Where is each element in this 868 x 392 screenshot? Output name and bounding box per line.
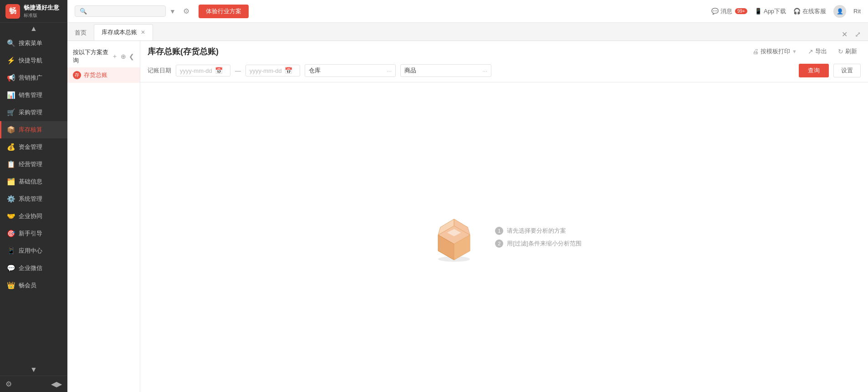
sidebar-item-basic-info[interactable]: 🗂️ 基础信息 (0, 173, 67, 190)
sidebar-item-membership[interactable]: 👑 畅会员 (0, 277, 67, 294)
sidebar-item-label: 搜索菜单 (19, 39, 42, 47)
capital-icon: 💰 (7, 143, 15, 151)
app-name: 畅捷通好生意 (24, 4, 59, 12)
industry-solution-button[interactable]: 体验行业方案 (199, 5, 249, 18)
warehouse-filter[interactable]: 仓库 ··· (305, 64, 396, 77)
print-button[interactable]: 🖨 按模板打印 ▼ (749, 46, 801, 57)
app-version: 标准版 (24, 12, 59, 19)
topbar: 🔍 ▼ ⚙ 体验行业方案 💬 消息 99+ 📱 App下载 🎧 在线客服 👤 (67, 0, 868, 23)
sidebar-item-newcomer[interactable]: 🎯 新手引导 (0, 225, 67, 242)
topbar-dropdown-button[interactable]: ▼ (168, 6, 178, 17)
right-panel: 库存总账(存货总账) 🖨 按模板打印 ▼ ↗ 导出 ↻ 刷新 (140, 41, 868, 392)
enterprise-icon: 🤝 (7, 212, 15, 220)
print-dropdown-icon[interactable]: ▼ (792, 49, 797, 54)
filter-bar: 记账日期 yyyy-mm-dd 📅 — yyyy-mm-dd 📅 仓库 ··· … (140, 59, 868, 82)
print-icon: 🖨 (752, 48, 759, 55)
sidebar-item-sales[interactable]: 📊 销售管理 (0, 87, 67, 104)
export-label: 导出 (815, 47, 827, 56)
date-start-placeholder: yyyy-mm-dd (180, 67, 212, 74)
app-center-icon: 📱 (7, 247, 15, 255)
print-label: 按模板打印 (761, 47, 790, 56)
topbar-left: 🔍 ▼ ⚙ 体验行业方案 (75, 5, 711, 18)
product-more-icon[interactable]: ··· (482, 67, 487, 74)
empty-illustration (427, 210, 481, 265)
app-download-action[interactable]: 📱 App下载 (755, 7, 786, 15)
empty-tips: 1 请先选择要分析的方案 2 用[过滤]条件来缩小分析范围 (495, 227, 581, 248)
avatar-placeholder: 👤 (837, 8, 843, 15)
sidebar-item-search-menu[interactable]: 🔍 搜索菜单 (0, 35, 67, 52)
date-filter-label: 记账日期 (148, 66, 171, 75)
tab-close-button[interactable]: ✕ (141, 30, 145, 35)
filter-header-label: 按以下方案查询 (73, 48, 112, 65)
message-label: 消息 (720, 7, 732, 15)
system-icon: ⚙️ (7, 195, 15, 203)
calendar-start-icon[interactable]: 📅 (215, 67, 223, 74)
sidebar-item-app-center[interactable]: 📱 应用中心 (0, 242, 67, 260)
refresh-button[interactable]: ↻ 刷新 (834, 46, 861, 57)
sidebar-item-wechat[interactable]: 💬 企业微信 (0, 260, 67, 277)
tab-inventory-cost[interactable]: 库存成本总账 ✕ (94, 24, 153, 41)
inventory-icon: 📦 (7, 126, 15, 134)
filter-header: 按以下方案查询 ＋ ⊕ ❮ (67, 46, 140, 67)
content-area: 按以下方案查询 ＋ ⊕ ❮ 存 存货总账 库存总账(存货总账) 🖨 (67, 41, 868, 392)
collapse-filter-button[interactable]: ❮ (129, 53, 134, 60)
purchase-icon: 🛒 (7, 108, 15, 117)
wechat-icon: 💬 (7, 264, 15, 272)
sidebar-item-quick-nav[interactable]: ⚡ 快捷导航 (0, 52, 67, 69)
sidebar-scroll-up[interactable]: ▲ (0, 23, 67, 35)
sidebar: 畅 畅捷通好生意 标准版 ▲ 🔍 搜索菜单 ⚡ 快捷导航 📢 营销推广 📊 销售… (0, 0, 67, 392)
product-filter[interactable]: 商品 ··· (400, 64, 491, 77)
message-icon: 💬 (711, 8, 719, 15)
sidebar-item-purchase[interactable]: 🛒 采购管理 (0, 104, 67, 121)
sidebar-item-marketing[interactable]: 📢 营销推广 (0, 69, 67, 87)
date-start-input[interactable]: yyyy-mm-dd 📅 (176, 65, 230, 76)
main-area: 🔍 ▼ ⚙ 体验行业方案 💬 消息 99+ 📱 App下载 🎧 在线客服 👤 (67, 0, 868, 392)
product-label: 商品 (404, 66, 416, 75)
user-avatar[interactable]: 👤 (833, 5, 846, 18)
refresh-icon: ↻ (838, 48, 843, 55)
warehouse-more-icon[interactable]: ··· (387, 67, 392, 74)
tip-text-1: 请先选择要分析的方案 (507, 227, 566, 235)
date-separator: — (235, 67, 241, 74)
sidebar-item-enterprise[interactable]: 🤝 企业协同 (0, 208, 67, 225)
panel-expand-button[interactable]: ⤢ (853, 28, 863, 41)
query-button[interactable]: 查询 (799, 64, 829, 77)
app-download-label: App下载 (764, 7, 786, 15)
empty-svg (427, 210, 481, 265)
setting-button[interactable]: 设置 (833, 64, 861, 77)
panel-close-button[interactable]: ✕ (840, 28, 849, 41)
export-button[interactable]: ↗ 导出 (804, 46, 831, 57)
sidebar-item-capital[interactable]: 💰 资金管理 (0, 138, 67, 156)
scheme-label: 存货总账 (84, 71, 107, 79)
message-action[interactable]: 💬 消息 99+ (711, 7, 747, 15)
export-icon: ↗ (808, 48, 813, 55)
message-badge: 99+ (735, 8, 747, 14)
search-icon: 🔍 (7, 39, 15, 47)
topbar-gear-button[interactable]: ⚙ (181, 5, 191, 17)
empty-tip-1: 1 请先选择要分析的方案 (495, 227, 581, 235)
sidebar-scroll-down[interactable]: ▼ (0, 364, 67, 376)
marketing-icon: 📢 (7, 74, 15, 82)
home-tab-label: 首页 (75, 29, 87, 37)
top-search-box[interactable]: 🔍 (75, 5, 166, 17)
calendar-end-icon[interactable]: 📅 (285, 67, 292, 74)
collapse-sidebar-button[interactable]: ◀▶ (51, 380, 62, 388)
online-service-label: 在线客服 (802, 7, 826, 15)
settings-button[interactable]: ⚙ (5, 380, 12, 388)
online-service-action[interactable]: 🎧 在线客服 (793, 7, 826, 15)
sidebar-footer: ⚙ ◀▶ (0, 376, 67, 392)
add-scheme-button[interactable]: ＋ (112, 52, 118, 61)
topbar-search-icon: 🔍 (80, 8, 87, 15)
tab-home[interactable]: 首页 (67, 24, 94, 41)
sidebar-item-system[interactable]: ⚙️ 系统管理 (0, 190, 67, 208)
tip-num-2: 2 (495, 239, 503, 248)
membership-icon: 👑 (7, 281, 15, 290)
manage-scheme-button[interactable]: ⊕ (121, 53, 126, 60)
sidebar-item-inventory[interactable]: 📦 库存核算 (0, 121, 67, 138)
username-label[interactable]: Rit (853, 8, 861, 15)
refresh-label: 刷新 (845, 47, 857, 56)
tab-bar: 首页 库存成本总账 ✕ ✕ ⤢ (67, 23, 868, 41)
date-end-input[interactable]: yyyy-mm-dd 📅 (245, 65, 300, 76)
sidebar-item-operations[interactable]: 📋 经营管理 (0, 156, 67, 173)
scheme-item-inventory-ledger[interactable]: 存 存货总账 (67, 67, 140, 83)
